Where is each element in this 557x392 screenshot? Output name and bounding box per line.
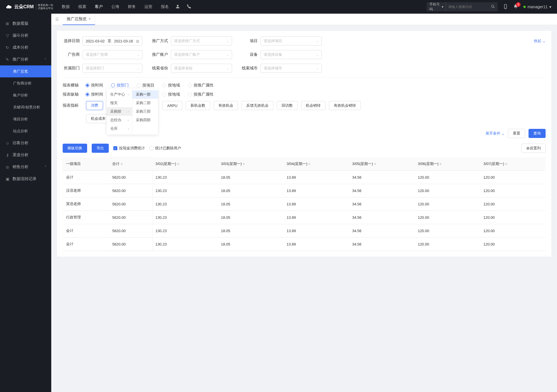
cascade-item[interactable]: 采购部›	[107, 107, 132, 116]
cascade-item[interactable]: 生产中心›	[107, 90, 132, 99]
sidebar-item-site[interactable]: 站点分析	[0, 125, 51, 137]
nav-customer[interactable]: 客户	[95, 4, 103, 9]
th-project[interactable]: 一级项目	[63, 157, 109, 171]
metric-newopp[interactable]: 新机会数	[186, 101, 210, 110]
city-label: 线索城市	[241, 66, 258, 71]
column-settings-button[interactable]: ⚙ 设置列	[521, 144, 546, 153]
sidebar-item-channel[interactable]: ⚷渠道分析	[0, 149, 51, 161]
h-radio-project[interactable]: 按项目	[137, 83, 154, 88]
export-button[interactable]: 导出	[92, 144, 109, 153]
v-radio-attr[interactable]: 按推广属性	[188, 92, 214, 97]
logo[interactable]: 云朵CRM 教育机构一站 式服务云平台	[6, 4, 53, 10]
metric-validconv[interactable]: 有效机会销转	[329, 101, 361, 110]
th-date[interactable]: 3/02(星期一)⇅	[152, 157, 218, 171]
cascade-item[interactable]: 总经办›	[107, 116, 132, 124]
th-date[interactable]: 3/06(星期一)⇅	[414, 157, 480, 171]
metric-consume[interactable]: 消费	[86, 101, 103, 110]
project-select[interactable]: 请选择项目⌄	[261, 36, 322, 46]
sidebar-item-cost[interactable]: ↻成本分析	[0, 42, 51, 53]
account-select[interactable]: 请选择推广账户⌄	[171, 50, 232, 59]
nav-finance[interactable]: 财务	[128, 4, 136, 9]
adv-label: 广告商	[63, 52, 80, 57]
tab-promo-overview[interactable]: 推广总预览 ✕	[63, 14, 95, 25]
nav-data[interactable]: 数据	[62, 4, 70, 9]
metric-valid[interactable]: 有效机会	[214, 101, 238, 110]
search-icon[interactable]	[491, 5, 495, 9]
nav-leads[interactable]: 线索	[78, 4, 86, 9]
channel-icon: ⚷	[5, 153, 10, 157]
search-selector[interactable]: 手机号码 ▾	[429, 2, 446, 12]
query-button[interactable]: 查询	[529, 129, 546, 138]
cash-stat-checkbox[interactable]: ✓按现金消费统计	[113, 146, 145, 151]
advertiser-select[interactable]: 请选择广告商⌄	[83, 50, 142, 59]
collapse-link[interactable]: 收起⌄	[534, 38, 546, 44]
city-select[interactable]: 请选择城市⌄	[261, 64, 322, 73]
cascade-item[interactable]: 仓库›	[107, 124, 132, 133]
th-date[interactable]: 3/03(星期一)⇅	[218, 157, 283, 171]
sidebar-item-advertiser[interactable]: 广告商分析	[0, 77, 51, 89]
user-menu[interactable]: manager11 ▾	[523, 5, 551, 9]
th-date[interactable]: 3/07(星期一)⇅	[480, 157, 546, 171]
h-radio-time[interactable]: 按时间	[85, 83, 103, 88]
method-select[interactable]: 请选择推广方式⌄	[171, 36, 232, 46]
th-date[interactable]: 3/05(星期一)⇅	[349, 157, 414, 171]
h-radio-region[interactable]: 按地域	[162, 83, 180, 88]
table-cell: 18.05	[218, 211, 283, 224]
cascade-item[interactable]: 采购一部	[132, 90, 158, 99]
person-icon[interactable]	[175, 4, 180, 10]
h-axis-label: 报表横轴	[63, 83, 83, 88]
metric-invalid[interactable]: 反馈无效机会	[241, 101, 273, 110]
nav-signup[interactable]: 报名	[161, 4, 169, 9]
th-total[interactable]: 合计⇅	[109, 157, 152, 171]
sidebar-item-visitor[interactable]: ☺访客分析	[0, 137, 51, 149]
visitor-icon: ☺	[5, 141, 10, 145]
funnel-icon: ▽	[5, 33, 10, 38]
cascade-item[interactable]: 采购四部	[132, 116, 158, 124]
sidebar-item-keyword[interactable]: 关键词/创意分析	[0, 101, 51, 113]
sidebar-item-account[interactable]: 账户分析	[0, 89, 51, 101]
sidebar-item-sales[interactable]: ◎销售分析˅	[0, 161, 51, 173]
reset-button[interactable]: 重置	[508, 129, 525, 138]
v-radio-region[interactable]: 按地域	[162, 92, 180, 97]
date-range-picker[interactable]: 2021-03-02 至 2021-03-16 ▦	[83, 36, 142, 46]
prov-label: 线索省份	[151, 66, 168, 71]
dept-select[interactable]: 请选择部门⌄	[83, 64, 142, 73]
cascade-item[interactable]: 报关	[107, 99, 132, 107]
metric-revisit[interactable]: 回访数	[277, 101, 298, 110]
v-radio-time[interactable]: 按时间	[85, 92, 103, 97]
th-date[interactable]: 3/04(星期一)⇅	[283, 157, 349, 171]
expand-conditions[interactable]: 展开条件⌄	[486, 131, 505, 136]
table-cell: 130.23	[152, 211, 218, 224]
cascade-item[interactable]: 采购二部	[132, 99, 158, 107]
table-cell: 120.00	[480, 184, 546, 197]
cascade-item[interactable]: 采购三部	[132, 107, 158, 116]
deleted-stat-checkbox[interactable]: 统计已删除用户	[150, 146, 181, 151]
device-select[interactable]: 请选择设备⌄	[261, 50, 322, 59]
province-select[interactable]: 请选择省份⌄	[171, 64, 232, 73]
h-radio-attr[interactable]: 按推广属性	[188, 83, 214, 88]
switch-button[interactable]: 横纵切换	[63, 144, 87, 153]
h-radio-dept[interactable]: 按部门	[111, 83, 129, 88]
sidebar-item-promo-overview[interactable]: 推广总览	[0, 65, 51, 77]
notification-bell[interactable]: 5	[513, 4, 518, 10]
search-box[interactable]: 手机号码 ▾	[427, 2, 498, 11]
close-icon[interactable]: ✕	[88, 17, 91, 21]
nav-extra-icons	[175, 4, 192, 10]
sidebar-item-promo[interactable]: ✎推广分析˄	[0, 53, 51, 65]
table-cell: 13.89	[283, 197, 349, 211]
metric-arpu[interactable]: ARPU	[162, 101, 182, 110]
calendar-icon: ▦	[136, 39, 139, 43]
sidebar-item-flow[interactable]: ▣数据流转记录	[0, 173, 51, 185]
nav-ops[interactable]: 运营	[144, 4, 152, 9]
nav-sea[interactable]: 公海	[111, 4, 119, 9]
sidebar-item-project[interactable]: 项目分析	[0, 113, 51, 125]
phone-device-icon[interactable]	[503, 4, 508, 10]
sidebar-item-funnel[interactable]: ▽漏斗分析	[0, 30, 51, 42]
sidebar-item-dashboard[interactable]: ⊞数据看版	[0, 18, 51, 30]
phone-icon[interactable]	[187, 4, 192, 10]
metric-conv[interactable]: 机会销转	[301, 101, 325, 110]
hamburger-icon[interactable]: ☰	[51, 17, 63, 22]
table-cell: 34.56	[349, 171, 414, 184]
search-input[interactable]	[448, 5, 491, 9]
table-cell: 行政管理	[63, 211, 109, 224]
